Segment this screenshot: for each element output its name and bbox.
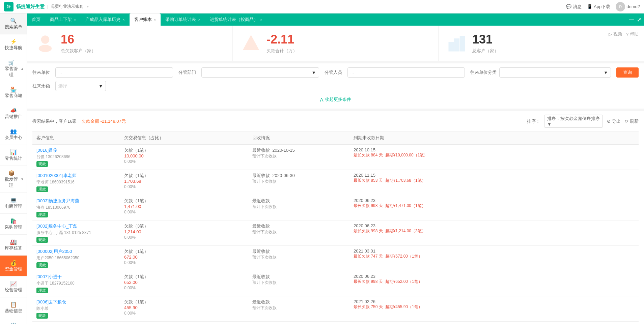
customer-name-link[interactable]: [0007]小进干 [36, 274, 116, 280]
overdue-customers-label: 总欠款客户（家） [61, 48, 224, 54]
refresh-btn[interactable]: ⟳ 刷新 [625, 118, 639, 124]
tab-purchase-order-stat[interactable]: 采购订单统计表 × [161, 13, 205, 26]
next-collect-label: 预计下次收款 [252, 153, 345, 159]
view-video-btn[interactable]: ▷ 视频 [609, 31, 622, 37]
sidebar-item-basic-info[interactable]: 📋 基础信息 [0, 297, 27, 318]
next-collect-label: 预计下次收款 [252, 255, 345, 260]
tab-home[interactable]: 首页 [27, 13, 45, 26]
person-input[interactable]: ... [347, 67, 465, 78]
collection-cell: 最近收款 预计下次收款 [248, 195, 349, 220]
message-btn[interactable]: 💬 消息 [566, 4, 582, 10]
close-tab-purchase-order-stat[interactable]: × [198, 18, 200, 22]
overdue-cell: 2020.11.15 最长欠款 853 天 超期¥1,703.68（1笔） [349, 170, 639, 195]
debt-amount[interactable]: 672.00 [124, 255, 244, 260]
close-tab-production-history[interactable]: × [122, 18, 124, 22]
dept-dropdown-icon: ▼ [312, 70, 316, 75]
sort-label: 排序： [527, 118, 540, 124]
customer-name-link[interactable]: [0003]畅捷服务尹海燕 [36, 198, 116, 204]
payment-tag: 现款 [36, 313, 48, 319]
overdue-amount-link[interactable]: 超期¥652.00（1笔） [385, 279, 422, 284]
tab-expand-icon[interactable]: ⤢ [637, 17, 641, 23]
collection-cell: 最近收款 2020-10-15 预计下次收款 [248, 145, 349, 170]
close-tab-customer-account[interactable]: × [154, 18, 156, 22]
collapse-filter-btn[interactable]: ⋀ 收起更多条件 [32, 94, 639, 105]
overdue-amount-link[interactable]: 超期¥1,471.00（1笔） [385, 203, 426, 208]
sidebar-item-finance[interactable]: 💰 资金管理 [0, 256, 27, 276]
unit-category-input[interactable]: ▼ [499, 67, 611, 78]
customer-table: 客户信息 欠交易信息（占比） 回收情况 到期未收款日期 [0016]吕俊 吕俊 … [32, 131, 639, 324]
stat-icon-total [447, 33, 467, 53]
sidebar-item-batch-mgmt[interactable]: 📦 批发管理 ▼ [0, 166, 27, 193]
sidebar-item-operation[interactable]: 📈 经营管理 [0, 276, 27, 297]
filter-from-unit: 往来单位 ... [32, 67, 173, 78]
filter-unit-category: 往来单位分类 ▼ [470, 67, 611, 78]
overdue-amount-link[interactable]: 超期¥672.00（1笔） [385, 254, 422, 259]
export-btn[interactable]: ⊙ 导出 [607, 118, 621, 124]
customer-name-link[interactable]: [000002]用户2050 [36, 248, 116, 255]
customer-name-link[interactable]: [0002]服务中心_丁磊 [36, 223, 116, 229]
search-button[interactable]: 查询 [616, 67, 639, 78]
close-tab-import-stat[interactable]: × [260, 18, 262, 22]
debt-amount[interactable]: 455.90 [124, 305, 244, 310]
sidebar-item-marketing[interactable]: 📣 营销推广 [0, 103, 27, 124]
sidebar-item-ecommerce[interactable]: 💻 电商管理 [0, 193, 27, 214]
tab-import-stat[interactable]: 进货单统计表（按商品） × [205, 13, 267, 26]
debt-amount[interactable]: 1,214.00 [124, 229, 244, 234]
payment-tag: 现款 [36, 161, 48, 167]
logo-icon: 好 [4, 2, 13, 11]
debt-ratio: 0.00% [124, 311, 244, 316]
company-name: 母婴行业演示账套 [51, 4, 83, 9]
customer-contact: 小进干 18279152100 [36, 281, 116, 286]
video-icon: ▷ [609, 32, 612, 37]
sidebar-item-quick-nav[interactable]: ⚡ 快捷导航 [0, 34, 27, 55]
last-collect-label: 最近收款 [252, 274, 345, 280]
customer-name-link[interactable]: [0001020001]李老师 [36, 173, 116, 179]
customer-name-link[interactable]: [0016]吕俊 [36, 147, 116, 153]
sort-select[interactable]: 排序：按欠款金额倒序排序 ▼ [544, 115, 603, 128]
overdue-days: 最长欠款 853 天 超期¥1,703.68（1笔） [354, 178, 635, 183]
from-unit-input[interactable]: ... [55, 67, 173, 78]
sidebar-item-purchase[interactable]: 🛍️ 采购管理 [0, 214, 27, 235]
close-tab-product-listing[interactable]: × [74, 18, 76, 22]
tab-product-listing[interactable]: 商品上下架 × [45, 13, 81, 26]
sidebar: 🔍 搜索菜单 ⚡ 快捷导航 🛒 零售管理 ▲ 🏪 零售商城 📣 营销推广 👥 会… [0, 13, 27, 324]
unit-category-dropdown-icon: ▼ [604, 70, 608, 75]
tab-minimize-icon[interactable]: — [629, 17, 634, 23]
sidebar-item-retail-mgmt[interactable]: 🛒 零售管理 ▲ [0, 55, 27, 82]
tab-customer-account[interactable]: 客户账本 × [130, 13, 161, 26]
debt-amount[interactable]: 1,471.00 [124, 204, 244, 209]
overdue-amount-link[interactable]: 超期¥10,000.00（1笔） [385, 153, 428, 157]
tab-production-history[interactable]: 产成品入库单历史 × [81, 13, 129, 26]
balance-select[interactable]: 选择... ▼ [55, 81, 106, 91]
sidebar-item-member[interactable]: 👥 会员中心 [0, 124, 27, 145]
sidebar-item-retail-mall[interactable]: 🏪 零售商城 [0, 82, 27, 103]
debt-info-cell: 欠款（3笔） 1,214.00 0.00% [120, 220, 248, 246]
collection-cell: 最近收款 预计下次收款 [248, 296, 349, 322]
sidebar-item-system[interactable]: ⚙️ 系统管理 [0, 318, 27, 324]
debt-amount[interactable]: 652.00 [124, 280, 244, 285]
overdue-cell: 2020.06.23 最长欠款 998 天 超期¥652.00（1笔） [349, 271, 639, 296]
filter-row-1: 往来单位 ... 分管部门 ▼ 分管人员 [32, 67, 639, 78]
debt-ratio: 0.00% [124, 159, 244, 164]
overdue-amount-link[interactable]: 超期¥455.90（1笔） [385, 304, 422, 309]
user-avatar[interactable]: D demo2 [616, 2, 640, 11]
col-header-customer: 客户信息 [32, 131, 120, 145]
filter-area: 往来单位 ... 分管部门 ▼ 分管人员 [27, 63, 644, 109]
payment-tag: 现款 [36, 212, 48, 217]
sidebar-item-retail-stat[interactable]: 📊 零售统计 [0, 145, 27, 166]
app-download-btn[interactable]: 📱 App下载 [587, 4, 610, 10]
customer-name-link[interactable]: [0006]去下粮仓 [36, 299, 116, 305]
col-header-overdue: 到期未收款日期 [349, 131, 639, 145]
sidebar-item-search[interactable]: 🔍 搜索菜单 [0, 13, 27, 34]
page-content: 16 总欠款客户（家） -2.11 欠款合计（万） [27, 26, 644, 324]
table-row: [000002]用户2050 用户2050 18665062050 现款 欠款（… [32, 246, 639, 271]
help-btn[interactable]: ? 帮助 [626, 31, 639, 37]
sidebar-item-inventory[interactable]: 🏭 库存核算 [0, 235, 27, 256]
overdue-amount-link[interactable]: 超期¥1,214.00（3笔） [385, 229, 426, 233]
collection-cell: 最近收款 预计下次收款 [248, 220, 349, 246]
dept-input[interactable]: ▼ [201, 67, 319, 78]
overdue-amount-link[interactable]: 超期¥1,703.68（1笔） [385, 178, 426, 183]
debt-amount[interactable]: 10,000.00 [124, 153, 244, 158]
debt-amount[interactable]: 1,703.68 [124, 179, 244, 184]
stat-card-overdue-customers: 16 总欠款客户（家） [27, 26, 233, 61]
